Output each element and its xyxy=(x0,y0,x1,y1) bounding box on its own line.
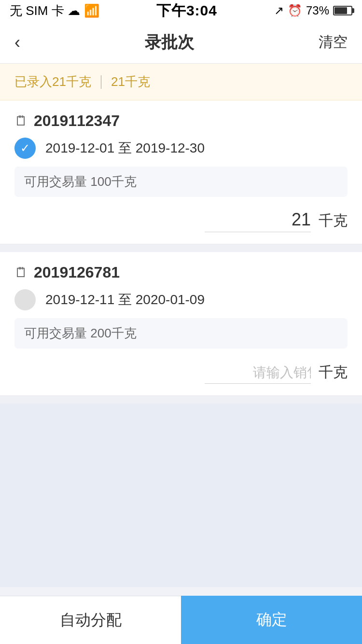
batch-date-1: 2019-12-01 至 2019-12-30 xyxy=(45,139,205,157)
unit-label-1: 千克 xyxy=(319,211,348,231)
batch-avail-1: 可用交易量 100千克 xyxy=(14,167,348,197)
battery-percent: 73% xyxy=(306,4,329,17)
clear-button[interactable]: 清空 xyxy=(319,32,348,52)
batch-avail-2: 可用交易量 200千克 xyxy=(14,318,348,349)
recorded-label: 已录入21千克 xyxy=(14,73,91,90)
input-container-1 xyxy=(14,210,311,232)
batch-input-row-2: 千克 xyxy=(0,356,362,396)
doc-icon-2: 🗒 xyxy=(14,265,28,280)
batch-header-2: 🗒 2019126781 xyxy=(0,252,362,285)
quantity-input-1[interactable] xyxy=(253,210,311,230)
separator-1 xyxy=(0,244,362,252)
input-underline-1 xyxy=(205,232,311,232)
batch-input-row-1: 千克 xyxy=(0,205,362,244)
empty-area xyxy=(0,404,362,587)
batch-date-row-2[interactable]: 2019-12-11 至 2020-01-09 xyxy=(0,285,362,314)
bottom-bar: 自动分配 确定 xyxy=(0,596,362,644)
check-icon-1: ✓ xyxy=(20,141,30,155)
batch-item-2: 🗒 2019126781 2019-12-11 至 2020-01-09 可用交… xyxy=(0,252,362,396)
page-title: 录批次 xyxy=(145,31,194,54)
unit-label-2: 千克 xyxy=(319,363,348,382)
batch-date-row-1[interactable]: ✓ 2019-12-01 至 2019-12-30 xyxy=(0,134,362,163)
batch-id-2: 2019126781 xyxy=(34,264,120,281)
status-time: 下午3:04 xyxy=(156,1,217,21)
radio-unselected-2[interactable] xyxy=(14,289,36,310)
sim-label: 无 SIM 卡 ☁ xyxy=(10,2,80,19)
recorded-value: 21千克 xyxy=(111,73,150,90)
location-icon: ↗ xyxy=(274,4,284,17)
separator-2 xyxy=(0,396,362,404)
radio-selected-1[interactable]: ✓ xyxy=(14,138,36,159)
wifi-icon: 📶 xyxy=(84,3,99,18)
status-bar: 无 SIM 卡 ☁ 📶 下午3:04 ↗ ⏰ 73% xyxy=(0,0,362,21)
nav-bar: ‹ 录批次 清空 xyxy=(0,21,362,64)
batch-id-1: 2019112347 xyxy=(34,112,120,130)
back-button[interactable]: ‹ xyxy=(14,32,20,53)
doc-icon-1: 🗒 xyxy=(14,113,28,129)
info-banner: 已录入21千克 21千克 xyxy=(0,64,362,100)
auto-distribute-button[interactable]: 自动分配 xyxy=(0,596,181,644)
batch-item-1: 🗒 2019112347 ✓ 2019-12-01 至 2019-12-30 可… xyxy=(0,100,362,244)
input-container-2 xyxy=(14,361,311,384)
banner-divider xyxy=(101,75,101,89)
quantity-input-2[interactable] xyxy=(253,361,311,381)
batch-header-1: 🗒 2019112347 xyxy=(0,100,362,134)
confirm-button[interactable]: 确定 xyxy=(181,596,362,644)
status-left: 无 SIM 卡 ☁ 📶 xyxy=(10,2,99,19)
batch-date-2: 2019-12-11 至 2020-01-09 xyxy=(45,291,205,309)
battery-icon xyxy=(333,6,352,15)
status-right: ↗ ⏰ 73% xyxy=(274,4,352,17)
input-underline-2 xyxy=(205,383,311,384)
alarm-icon: ⏰ xyxy=(288,4,302,17)
